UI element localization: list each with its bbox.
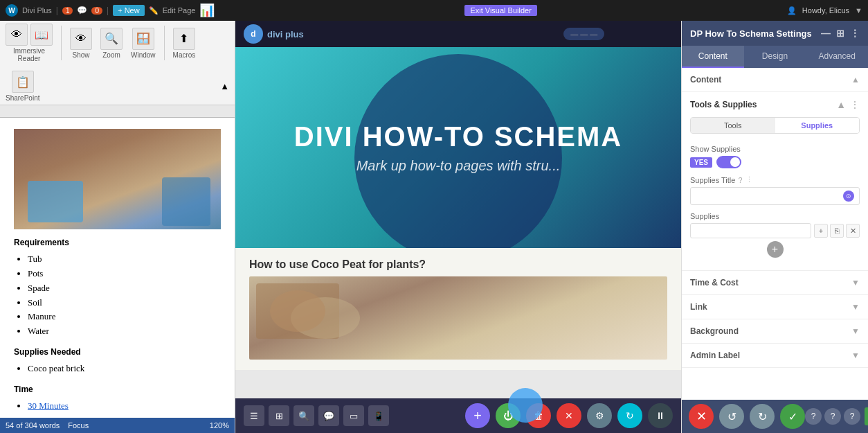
time-link[interactable]: 30 Minutes [28, 400, 69, 411]
ribbon-collapse[interactable]: ▲ [220, 81, 229, 91]
help-icon-2[interactable]: ? [824, 408, 841, 425]
more-icon[interactable]: ⋮ [850, 28, 860, 39]
ribbon-group-macros: ⬆ Macros [173, 28, 196, 59]
undo-button[interactable]: ↺ [719, 404, 744, 429]
layout-icon[interactable]: ▭ [343, 405, 364, 426]
window-label: Window [131, 51, 156, 59]
page-builder-bar[interactable]: — — — [563, 28, 604, 40]
confirm-button[interactable]: ✓ [780, 404, 805, 429]
time-item: 30 Minutes [28, 399, 221, 414]
ribbon-group-zoom: 🔍 Zoom [100, 28, 123, 59]
supplies-add-icon[interactable]: + [814, 224, 828, 238]
supplies-title-more-icon[interactable]: ⋮ [745, 175, 753, 184]
toggle-switch[interactable] [716, 156, 741, 168]
settings-tabs: Content Design Advanced [682, 46, 868, 68]
pause-icon[interactable]: ⏸ [648, 403, 673, 428]
ts-title: Tools & Supplies [690, 100, 757, 109]
show-supplies-field: Show Supplies YES [690, 145, 860, 168]
expand-icon[interactable]: ⊞ [836, 28, 844, 39]
tools-supplies-section: Tools & Supplies ▲ ⋮ Tools Supplies [682, 92, 868, 271]
supplies-title-input[interactable] [690, 187, 860, 205]
ts-collapse-icon[interactable]: ▲ [836, 99, 846, 110]
refresh-icon[interactable]: ↻ [617, 403, 642, 428]
tab-design[interactable]: Design [744, 46, 806, 68]
exit-visual-builder-button[interactable]: Exit Visual Builder [464, 5, 536, 16]
graph-icon[interactable]: 📊 [199, 3, 215, 18]
supplies-input[interactable] [690, 223, 811, 238]
macros-icon[interactable]: ⬆ [173, 28, 195, 50]
divi-bottom-bar: ☰ ⊞ 🔍 💬 ▭ 📱 + ⏻ 🗑 ✕ ⚙ ↻ ⏸ [235, 398, 681, 433]
show-icon[interactable]: 👁 [70, 28, 92, 50]
tab-content[interactable]: Content [682, 46, 744, 68]
preview-content-section: How to use Coco Peat for plants? [235, 248, 681, 370]
admin-label-chevron-icon: ▼ [851, 351, 860, 360]
subtab-tools[interactable]: Tools [691, 118, 775, 133]
main-layout: 👁 📖 ImmersiveReader 👁 Show 🔍 Zoom 🪟 Wind… [0, 21, 868, 433]
subtab-supplies[interactable]: Supplies [775, 118, 860, 133]
immersive-reader-label: ImmersiveReader [13, 47, 45, 62]
link-section-row[interactable]: Link ▼ [682, 295, 868, 319]
mobile-icon[interactable]: 📱 [368, 405, 389, 426]
supplies-actions: + ⎘ ✕ [814, 224, 860, 238]
grid-icon[interactable]: ⊞ [269, 405, 289, 426]
comment-icon[interactable]: 💬 [318, 405, 339, 426]
admin-menu-icon[interactable]: ▼ [855, 6, 862, 15]
cancel-button[interactable]: ✕ [689, 404, 714, 429]
focus-status: Focus [68, 421, 89, 430]
content-section-row[interactable]: Content ▲ [682, 68, 868, 92]
minimize-icon[interactable]: — [821, 28, 831, 39]
immersive-reader-icon[interactable]: 📖 [30, 24, 53, 46]
zoom-level: 120% [210, 421, 229, 430]
ts-more-icon[interactable]: ⋮ [850, 99, 860, 110]
settings-body: Content ▲ Tools & Supplies ▲ ⋮ Tools Sup… [682, 68, 868, 400]
doc-status-bar: 54 of 304 words Focus 120% [0, 418, 235, 433]
ribbon-group-show: 👁 Show [70, 28, 92, 59]
time-cost-section-row[interactable]: Time & Cost ▼ [682, 271, 868, 295]
background-section-row[interactable]: Background ▼ [682, 319, 868, 344]
divi-logo-icon: d [244, 24, 263, 44]
add-supply-button[interactable]: + [767, 241, 784, 258]
supplies-copy-icon[interactable]: ⎘ [830, 224, 844, 238]
zoom-icon[interactable]: 🔍 [100, 28, 123, 50]
user-icon: 👤 [787, 6, 797, 15]
menu-icon[interactable]: ☰ [244, 405, 264, 426]
preview-section-title: How to use Coco Peat for plants? [249, 258, 667, 271]
supplies-title-field: Supplies Title ? ⋮ ⊙ [690, 175, 860, 205]
edit-page-button[interactable]: Edit Page [163, 6, 196, 15]
toggle-yes-label: YES [690, 157, 712, 168]
preview-hero-subtitle: Mark up how-to pages with stru... [356, 158, 561, 174]
redo-button[interactable]: ↻ [750, 404, 775, 429]
ribbon-group-sharepoint: 📋 SharePoint [6, 71, 39, 102]
new-button[interactable]: + New [113, 5, 145, 16]
time-cost-label: Time & Cost [690, 278, 739, 288]
supplies-title-toggle-icon[interactable]: ⊙ [843, 191, 854, 202]
save-button[interactable]: Save [865, 407, 868, 425]
show-supplies-toggle[interactable]: YES [690, 156, 860, 168]
close-icon[interactable]: ✕ [557, 403, 581, 428]
window-icon[interactable]: 🪟 [132, 28, 154, 50]
topbar-right: 👤 Howdy, Elicus ▼ [787, 6, 862, 15]
focus-icon[interactable]: 👁 [6, 24, 28, 46]
help-icon-3[interactable]: ? [844, 408, 860, 425]
divi-nav-center: — — — [495, 28, 673, 40]
admin-label-section-row[interactable]: Admin Label ▼ [682, 344, 868, 368]
search-icon[interactable]: 🔍 [293, 405, 314, 426]
supplies-title-help-icon[interactable]: ? [738, 176, 742, 184]
word-count: 54 of 304 words [6, 421, 60, 430]
preview-image [249, 276, 667, 360]
bottom-bar-left-icons: ☰ ⊞ 🔍 💬 ▭ 📱 [244, 405, 389, 426]
add-button[interactable]: + [465, 403, 490, 428]
wp-logo-icon[interactable]: W [6, 4, 18, 17]
sharepoint-label: SharePoint [6, 94, 39, 102]
content-section-label: Content [690, 75, 721, 85]
settings-icon[interactable]: ⚙ [587, 403, 612, 428]
help-icons: ? ? ? [805, 408, 860, 425]
doc-ruler [0, 105, 235, 118]
supplies-delete-icon[interactable]: ✕ [846, 224, 860, 238]
help-icon-1[interactable]: ? [805, 408, 822, 425]
properties-icon[interactable]: 📋 [12, 71, 34, 93]
topbar-center: Exit Visual Builder [220, 5, 781, 16]
tab-advanced[interactable]: Advanced [806, 46, 868, 68]
doc-area[interactable]: Requirements Tub Pots Spade Soil Manure … [0, 118, 235, 418]
supplies-row: + ⎘ ✕ [690, 223, 860, 238]
